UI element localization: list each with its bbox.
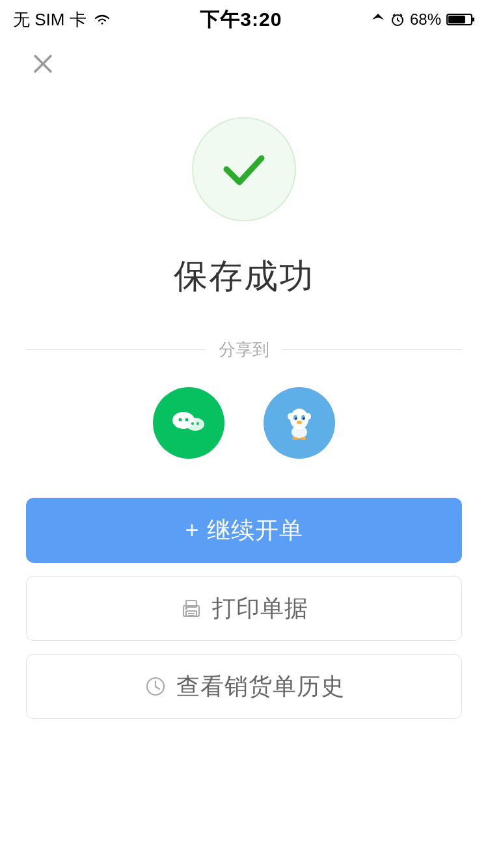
wechat-share-button[interactable] — [153, 387, 224, 459]
svg-point-18 — [306, 413, 311, 420]
sim-label: 无 SIM 卡 — [13, 8, 87, 31]
status-right: 68% — [371, 10, 475, 29]
close-button[interactable] — [26, 47, 60, 81]
wifi-icon — [93, 13, 111, 26]
status-time: 下午3:20 — [200, 7, 282, 33]
history-icon — [144, 675, 167, 698]
svg-point-17 — [288, 413, 293, 420]
svg-point-32 — [185, 607, 187, 610]
svg-line-35 — [156, 686, 159, 689]
svg-point-11 — [186, 418, 204, 431]
svg-point-25 — [292, 437, 299, 440]
share-divider: 分享到 — [0, 338, 488, 361]
svg-rect-6 — [472, 18, 474, 21]
share-section: 分享到 — [0, 338, 488, 459]
success-title: 保存成功 — [174, 254, 314, 299]
divider-right — [282, 349, 462, 350]
svg-line-2 — [398, 20, 400, 21]
print-icon — [180, 597, 203, 620]
svg-rect-7 — [448, 16, 465, 23]
svg-point-23 — [297, 421, 302, 424]
battery-icon — [446, 12, 475, 27]
status-bar: 无 SIM 卡 下午3:20 68% — [0, 0, 488, 39]
qq-share-button[interactable] — [264, 387, 335, 459]
history-button[interactable]: 查看销货单历史 — [26, 654, 462, 719]
location-icon — [371, 12, 385, 27]
svg-point-15 — [197, 422, 199, 425]
success-circle — [192, 117, 296, 221]
checkmark-icon — [215, 140, 273, 198]
history-label: 查看销货单历史 — [176, 671, 345, 703]
main-content: 保存成功 分享到 — [0, 39, 488, 719]
action-buttons: + 继续开单 打印单据 查看销货单历史 — [0, 498, 488, 719]
svg-point-12 — [179, 418, 182, 422]
svg-point-26 — [300, 437, 306, 440]
status-left: 无 SIM 卡 — [13, 8, 111, 31]
svg-point-14 — [191, 422, 194, 425]
print-button[interactable]: 打印单据 — [26, 576, 462, 641]
wechat-icon-svg — [168, 402, 210, 444]
divider-left — [26, 349, 206, 350]
svg-point-21 — [295, 418, 297, 420]
share-icons — [153, 387, 335, 459]
alarm-icon — [390, 12, 405, 27]
continue-button[interactable]: + 继续开单 — [26, 498, 462, 563]
svg-point-22 — [303, 418, 305, 420]
svg-point-13 — [185, 418, 189, 422]
print-label: 打印单据 — [212, 593, 308, 625]
qq-icon-svg — [278, 402, 320, 444]
battery-percent: 68% — [410, 10, 441, 29]
svg-point-24 — [291, 426, 307, 439]
share-label: 分享到 — [206, 338, 282, 361]
